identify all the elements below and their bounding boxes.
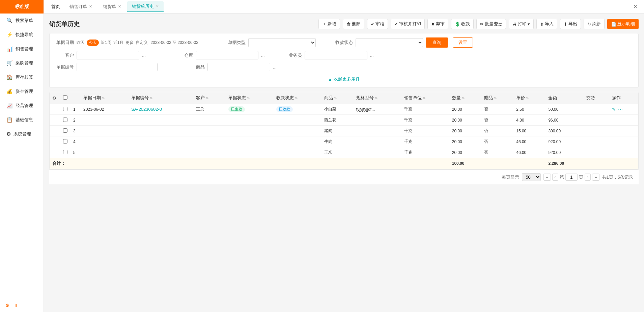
customer-ellipsis[interactable]: ... (142, 53, 146, 58)
date-last1m[interactable]: 近1月 (113, 40, 124, 46)
row-checkbox-3[interactable] (63, 139, 67, 144)
row-checkbox-1[interactable] (63, 118, 67, 122)
warehouse-input[interactable] (196, 51, 258, 59)
collapse-button[interactable]: ▲ 收起更多条件 (55, 75, 633, 83)
row-checkbox-0[interactable] (63, 107, 67, 111)
col-gift[interactable]: 赠品⇅ (481, 92, 513, 104)
refresh-button[interactable]: ↻ 刷新 (584, 19, 605, 29)
batch-change-button[interactable]: ✏ 批量变更 (476, 19, 506, 29)
sidebar-item-label: 搜索菜单 (16, 18, 33, 24)
row-doc-no[interactable] (129, 136, 193, 147)
doc-type-select[interactable] (248, 38, 316, 47)
table-row: 2 西兰花 千克 20.00 否 4.80 96.00 (50, 115, 638, 126)
row-doc-no[interactable] (129, 147, 193, 158)
import-button[interactable]: ⬆ 导入 (536, 19, 557, 29)
row-doc-no[interactable] (129, 126, 193, 136)
tab-sales-goods[interactable]: 销货单 ✕ (98, 2, 126, 12)
page-content: 销货单历史 ＋ 新增 🗑 删除 ✔ 审核 ✔ 审核并打印 (44, 14, 644, 312)
delete-button[interactable]: 🗑 删除 (343, 19, 364, 29)
close-window-btn[interactable]: ✕ (631, 4, 640, 9)
last-page-btn[interactable]: » (592, 174, 599, 181)
set-button[interactable]: 设置 (453, 37, 473, 48)
col-spec[interactable]: 规格型号⇅ (354, 92, 401, 104)
sidebar-item-purchase[interactable]: 🛒 采购管理 (0, 56, 44, 70)
col-unit[interactable]: 销售单位⇅ (401, 92, 449, 104)
col-action: 操作 (609, 92, 638, 104)
new-button[interactable]: ＋ 新增 (318, 19, 340, 29)
collect-button[interactable]: 💲 收款 (451, 19, 474, 29)
sidebar-item-quick-nav[interactable]: ⚡ 快捷导航 (0, 28, 44, 42)
date-last7[interactable]: 近1周 (101, 40, 111, 46)
col-doc-date[interactable]: 单据日期⇅ (81, 92, 129, 104)
sidebar-item-sys-mgmt[interactable]: ⚙ 系统管理 (0, 127, 44, 141)
settings-icon[interactable]: ⚙ (5, 303, 9, 308)
first-page-btn[interactable]: « (543, 174, 551, 181)
doc-no-input[interactable] (77, 63, 158, 71)
row-spec (354, 136, 401, 147)
sidebar-logo: 标准版 (0, 0, 44, 14)
show-detail-button[interactable]: 📄 显示明细 (607, 19, 639, 29)
abandon-button[interactable]: ✘ 弃审 (427, 19, 448, 29)
col-doc-no[interactable]: 单据编号⇅ (129, 92, 193, 104)
query-button[interactable]: 查询 (426, 37, 448, 48)
row-seq: 5 (71, 147, 81, 158)
export-button[interactable]: ⬇ 导出 (560, 19, 581, 29)
row-doc-no[interactable] (129, 115, 193, 126)
sidebar-item-basic-info[interactable]: 📋 基础信息 (0, 113, 44, 127)
tab-close-sales-history[interactable]: ✕ (156, 4, 159, 8)
sidebar-item-search-menu[interactable]: 🔍 搜索菜单 (0, 14, 44, 28)
col-payment-status[interactable]: 收款状态⇅ (274, 92, 321, 104)
col-customer[interactable]: 客户⇅ (193, 92, 225, 104)
row-amount: 300.00 (545, 126, 584, 136)
warehouse-ellipsis[interactable]: ... (261, 53, 265, 58)
filter-staff: 业务员 ... (283, 51, 374, 59)
tab-sales-history[interactable]: 销货单历史 ✕ (127, 1, 164, 12)
prev-page-btn[interactable]: ‹ (552, 174, 558, 181)
row-doc-no[interactable]: SA-20230602-0 (129, 104, 193, 115)
row-checkbox-2[interactable] (63, 128, 67, 133)
goods-input[interactable] (207, 63, 270, 71)
summary-total-qty: 100.00 (449, 158, 481, 169)
payment-status-select[interactable] (356, 38, 423, 47)
col-settings[interactable]: ⚙ (50, 92, 60, 104)
staff-ellipsis[interactable]: ... (370, 53, 374, 58)
warehouse-label: 仓库 (174, 52, 193, 58)
page-number-input[interactable] (565, 174, 578, 181)
date-more[interactable]: 更多 (125, 40, 134, 46)
date-custom[interactable]: 自定义 (136, 40, 148, 46)
audit-button[interactable]: ✔ 审核 (367, 19, 388, 29)
audit-print-button[interactable]: ✔ 审核并打印 (391, 19, 425, 29)
pause-icon[interactable]: ⏸ (13, 303, 18, 308)
customer-input[interactable] (77, 51, 139, 59)
goods-ellipsis[interactable]: ... (273, 64, 277, 70)
show-detail-icon: 📄 (611, 22, 616, 27)
print-button[interactable]: 🖨 打印 ▾ (509, 19, 534, 29)
col-qty[interactable]: 数量⇅ (449, 92, 481, 104)
sidebar-item-sales[interactable]: 📊 销售管理 (0, 42, 44, 56)
tab-close-sales-goods[interactable]: ✕ (118, 4, 121, 9)
sidebar-item-operations[interactable]: 📈 经营管理 (0, 99, 44, 113)
staff-input[interactable] (305, 51, 367, 59)
next-page-btn[interactable]: › (585, 174, 591, 181)
col-checkbox[interactable] (60, 92, 71, 104)
sidebar-item-inventory[interactable]: 🏠 库存核算 (0, 70, 44, 84)
row-checkbox-4[interactable] (63, 150, 67, 154)
date-today[interactable]: 今天 (87, 40, 99, 46)
col-doc-status[interactable]: 单据状态⇅ (226, 92, 274, 104)
sidebar-item-label: 采购管理 (16, 60, 33, 66)
per-page-select[interactable]: 50 100 (522, 173, 541, 181)
tab-close-sales-order[interactable]: ✕ (89, 4, 92, 9)
select-all-checkbox[interactable] (63, 95, 67, 100)
edit-icon[interactable]: ✎ (612, 107, 616, 112)
more-action-icon[interactable]: ⋯ (618, 107, 623, 112)
row-gift: 否 (481, 126, 513, 136)
col-goods[interactable]: 商品⇅ (321, 92, 354, 104)
row-qty: 20.00 (449, 147, 481, 158)
new-icon: ＋ (322, 21, 327, 27)
tab-sales-order[interactable]: 销售订单 ✕ (65, 2, 97, 12)
sidebar-item-finance[interactable]: 💰 资金管理 (0, 84, 44, 99)
tab-home[interactable]: 首页 (48, 2, 63, 12)
col-price[interactable]: 单价⇅ (513, 92, 545, 104)
date-yesterday[interactable]: 昨天 (77, 40, 85, 46)
sidebar-item-label: 系统管理 (13, 131, 31, 137)
